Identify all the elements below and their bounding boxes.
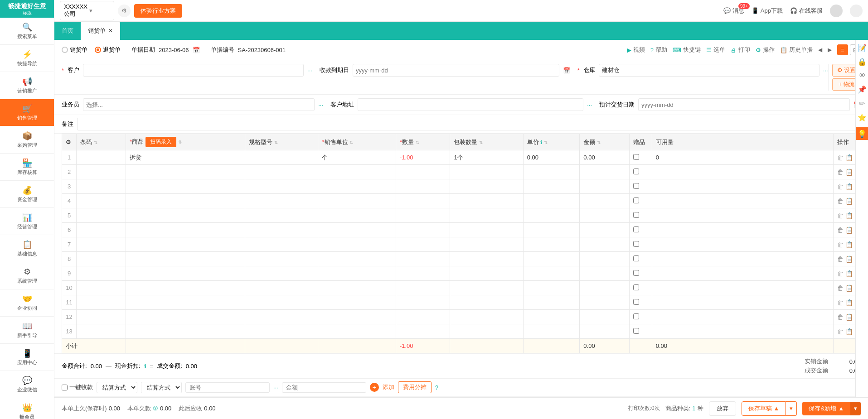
row-unit-10[interactable] (318, 295, 396, 310)
row-qty-12[interactable] (396, 324, 450, 339)
row-spec-10[interactable] (245, 295, 318, 310)
message-button[interactable]: 💬 消息 99+ (723, 7, 744, 15)
row-gift-9[interactable] (629, 281, 652, 295)
gift-checkbox-9[interactable] (633, 284, 639, 290)
sort-product-icon[interactable]: ⇅ (178, 140, 182, 144)
row-gift-8[interactable] (629, 266, 652, 281)
row-product-5[interactable] (126, 223, 245, 237)
row-amount-10[interactable] (580, 295, 629, 310)
gift-checkbox-8[interactable] (633, 270, 639, 276)
row-amount-11[interactable] (580, 310, 629, 324)
row-unit-6[interactable] (318, 237, 396, 252)
col-settings[interactable]: ⚙ (62, 134, 77, 150)
row-product-8[interactable] (126, 266, 245, 281)
row-spec-0[interactable] (245, 150, 318, 165)
row-product-9[interactable] (126, 281, 245, 295)
copy-icon-8[interactable]: 📋 (845, 270, 853, 277)
row-unit-11[interactable] (318, 310, 396, 324)
calc-method-select[interactable]: 结算方式 (141, 382, 182, 393)
row-amount-2[interactable] (580, 179, 629, 194)
row-amount-7[interactable] (580, 252, 629, 266)
customer-addr-input[interactable] (358, 98, 583, 111)
row-price-12[interactable] (523, 324, 580, 339)
row-unit-2[interactable] (318, 179, 396, 194)
sidebar-item-7[interactable]: 📊 经营管理 (0, 208, 54, 235)
copy-icon-9[interactable]: 📋 (845, 284, 853, 292)
row-product-2[interactable] (126, 179, 245, 194)
row-barcode-8[interactable] (77, 266, 126, 281)
gift-checkbox-4[interactable] (633, 212, 639, 218)
row-qty-4[interactable] (396, 208, 450, 223)
row-amount-12[interactable] (580, 324, 629, 339)
calendar-icon[interactable]: 📅 (193, 47, 200, 53)
row-product-10[interactable] (126, 295, 245, 310)
delete-icon-9[interactable]: 🗑 (837, 284, 844, 292)
delete-icon-5[interactable]: 🗑 (837, 226, 844, 234)
online-service-button[interactable]: 🎧 在线客服 (790, 7, 823, 15)
row-pkg-6[interactable] (450, 237, 523, 252)
gift-checkbox-5[interactable] (633, 226, 639, 232)
sidebar-item-11[interactable]: 📖 新手引导 (0, 317, 54, 344)
row-barcode-10[interactable] (77, 295, 126, 310)
copy-icon-6[interactable]: 📋 (845, 241, 853, 248)
gift-checkbox-0[interactable] (633, 154, 639, 160)
row-qty-8[interactable] (396, 266, 450, 281)
row-unit-7[interactable] (318, 252, 396, 266)
row-amount-8[interactable] (580, 266, 629, 281)
row-qty-1[interactable] (396, 165, 450, 179)
row-amount-5[interactable] (580, 223, 629, 237)
prev-btn[interactable]: ◀ (818, 47, 822, 53)
row-gift-5[interactable] (629, 223, 652, 237)
row-gift-11[interactable] (629, 310, 652, 324)
row-gift-0[interactable] (629, 150, 652, 165)
copy-icon-7[interactable]: 📋 (845, 255, 853, 263)
row-unit-3[interactable] (318, 194, 396, 208)
salesperson-more-icon[interactable]: ··· (318, 101, 323, 108)
row-pkg-3[interactable] (450, 194, 523, 208)
help-btn[interactable]: ? 帮助 (650, 46, 667, 54)
row-pkg-5[interactable] (450, 223, 523, 237)
delete-icon-11[interactable]: 🗑 (837, 313, 844, 321)
row-gift-7[interactable] (629, 252, 652, 266)
copy-icon-10[interactable]: 📋 (845, 299, 853, 306)
row-spec-4[interactable] (245, 208, 318, 223)
sidebar-item-5[interactable]: 🏪 库存核算 (0, 154, 54, 181)
row-pkg-9[interactable] (450, 281, 523, 295)
delete-icon-0[interactable]: 🗑 (837, 154, 844, 161)
row-spec-11[interactable] (245, 310, 318, 324)
row-pkg-11[interactable] (450, 310, 523, 324)
row-unit-1[interactable] (318, 165, 396, 179)
row-price-1[interactable] (523, 165, 580, 179)
row-price-2[interactable] (523, 179, 580, 194)
row-price-10[interactable] (523, 295, 580, 310)
delete-icon-4[interactable]: 🗑 (837, 212, 844, 219)
payment-method-select[interactable]: 结算方式 (97, 382, 137, 393)
row-spec-5[interactable] (245, 223, 318, 237)
row-pkg-12[interactable] (450, 324, 523, 339)
row-spec-9[interactable] (245, 281, 318, 295)
app-download-button[interactable]: 📱 App下载 (752, 7, 783, 15)
row-amount-9[interactable] (580, 281, 629, 295)
sidebar-item-3[interactable]: 🛒 销售管理 (0, 99, 54, 126)
row-amount-4[interactable] (580, 208, 629, 223)
row-pkg-4[interactable] (450, 208, 523, 223)
row-qty-0[interactable]: -1.00 (396, 150, 450, 165)
row-pkg-1[interactable] (450, 165, 523, 179)
row-amount-3[interactable] (580, 194, 629, 208)
row-spec-3[interactable] (245, 194, 318, 208)
row-pkg-10[interactable] (450, 295, 523, 310)
discard-button[interactable]: 放弃 (709, 401, 736, 416)
row-gift-2[interactable] (629, 179, 652, 194)
row-price-9[interactable] (523, 281, 580, 295)
copy-icon-2[interactable]: 📋 (845, 183, 853, 190)
payment-checkbox[interactable] (62, 385, 68, 390)
row-gift-6[interactable] (629, 237, 652, 252)
row-qty-6[interactable] (396, 237, 450, 252)
payment-amount-input[interactable] (282, 382, 366, 393)
save-draft-arrow-button[interactable]: ▾ (786, 401, 797, 416)
row-spec-12[interactable] (245, 324, 318, 339)
row-barcode-4[interactable] (77, 208, 126, 223)
history-btn[interactable]: 📋 历史单据 (780, 46, 813, 54)
row-barcode-7[interactable] (77, 252, 126, 266)
copy-icon-12[interactable]: 📋 (845, 328, 853, 335)
